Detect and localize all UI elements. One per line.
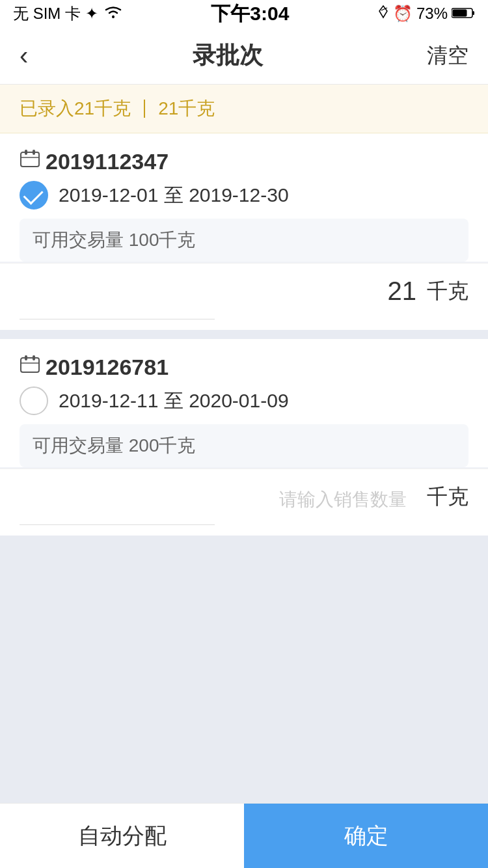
svg-rect-4 [21, 152, 39, 167]
section-divider [0, 330, 488, 339]
svg-rect-3 [452, 10, 467, 17]
card-row-1: 2019-12-01 至 2019-12-30 [20, 181, 468, 210]
svg-rect-6 [33, 150, 35, 155]
summary-value: 21千克 [158, 96, 215, 121]
battery-icon [452, 5, 475, 23]
svg-rect-2 [472, 11, 474, 15]
batch-icon-2 [20, 355, 40, 379]
svg-rect-9 [25, 355, 27, 360]
svg-rect-10 [33, 355, 35, 360]
amount-row-1: 21 千克 [0, 263, 488, 319]
batch-item-2: 2019126781 2019-12-11 至 2020-01-09 可用交易量… [0, 339, 488, 467]
amount-row-2: 千克 [0, 468, 488, 524]
status-time: 下午3:04 [211, 1, 289, 27]
svg-point-0 [112, 16, 115, 18]
location-icon [377, 5, 389, 23]
amount-unit-1: 千克 [427, 277, 468, 306]
bottom-bar: 自动分配 确定 [0, 803, 488, 868]
battery-text: 73% [416, 5, 448, 23]
status-right: ⏰ 73% [377, 5, 475, 23]
svg-rect-8 [21, 358, 39, 372]
card-date-2: 2019-12-11 至 2020-01-09 [59, 388, 289, 414]
card-header-1: 2019112347 [20, 149, 468, 174]
availability-2: 可用交易量 200千克 [20, 424, 468, 467]
confirm-button[interactable]: 确定 [244, 804, 488, 868]
card-date-1: 2019-12-01 至 2019-12-30 [59, 182, 289, 209]
batch-icon-1 [20, 150, 40, 174]
summary-bar: 已录入21千克 21千克 [0, 85, 488, 133]
svg-rect-5 [25, 150, 27, 155]
amount-value-1: 21 [388, 277, 417, 306]
back-button[interactable]: ‹ [20, 41, 28, 70]
alarm-icon: ⏰ [393, 5, 413, 23]
card-header-2: 2019126781 [20, 355, 468, 380]
no-sim-text: 无 SIM 卡 ✦ [13, 3, 98, 24]
clear-button[interactable]: 清空 [427, 42, 468, 70]
page-title: 录批次 [193, 40, 263, 72]
radio-2[interactable] [20, 387, 48, 415]
batch-id-2: 2019126781 [46, 355, 169, 380]
batch-id-1: 2019112347 [46, 149, 169, 174]
status-left: 无 SIM 卡 ✦ [13, 3, 123, 24]
status-bar: 无 SIM 卡 ✦ 下午3:04 ⏰ 73% [0, 0, 488, 27]
recorded-label: 已录入21千克 [20, 96, 131, 121]
amount-unit-2: 千克 [427, 483, 468, 511]
wifi-icon [103, 5, 123, 23]
batch-item-1: 2019112347 2019-12-01 至 2019-12-30 可用交易量… [0, 133, 488, 262]
card-row-2: 2019-12-11 至 2020-01-09 [20, 387, 468, 415]
amount-input-2[interactable] [87, 482, 416, 511]
availability-1: 可用交易量 100千克 [20, 219, 468, 262]
nav-bar: ‹ 录批次 清空 [0, 27, 488, 85]
empty-area [0, 536, 488, 822]
summary-divider [144, 100, 145, 118]
radio-1[interactable] [20, 181, 48, 210]
auto-distribute-button[interactable]: 自动分配 [0, 804, 244, 868]
